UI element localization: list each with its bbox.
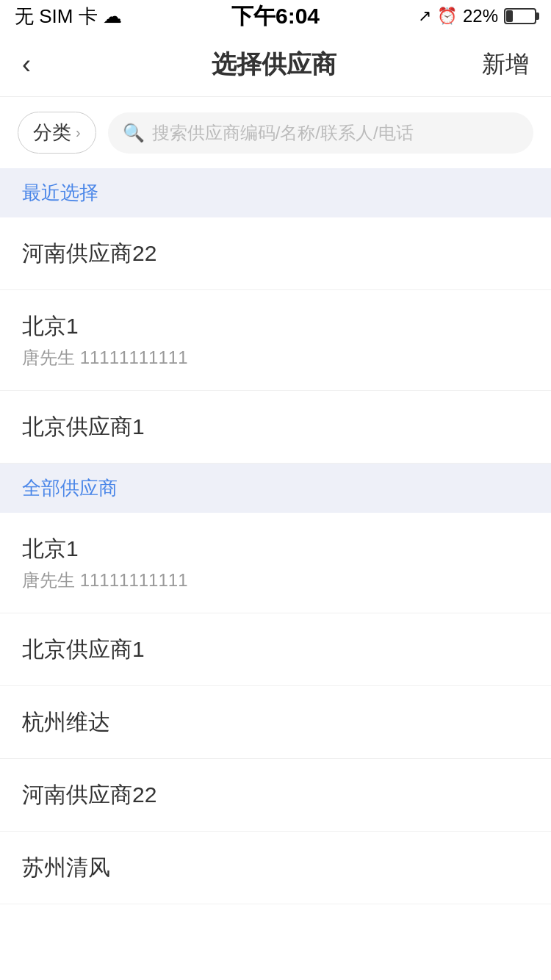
new-add-button[interactable]: 新增 — [482, 48, 529, 81]
recent-list: 河南供应商22北京1唐先生 11111111111北京供应商1 — [0, 217, 551, 464]
item-sub: 唐先生 11111111111 — [22, 346, 529, 370]
item-sub: 唐先生 11111111111 — [22, 569, 529, 592]
status-bar: 无 SIM 卡 ☁ 下午6:04 ↗ ⏰ 22% — [0, 0, 551, 32]
recent-list-item[interactable]: 北京1唐先生 11111111111 — [0, 290, 551, 391]
all-section-label: 全部供应商 — [22, 477, 118, 499]
no-sim-label: 无 SIM 卡 ☁ — [15, 4, 122, 29]
recent-list-item[interactable]: 北京供应商1 — [0, 391, 551, 464]
filter-bar: 分类 › 🔍 搜索供应商编码/名称/联系人/电话 — [0, 97, 551, 168]
all-list-item[interactable]: 苏州清风 — [0, 832, 551, 904]
nav-bar: ‹ 选择供应商 新增 — [0, 32, 551, 97]
chevron-right-icon: › — [76, 124, 81, 141]
all-section-header: 全部供应商 — [0, 464, 551, 513]
category-filter-button[interactable]: 分类 › — [18, 112, 96, 154]
all-list-item[interactable]: 杭州维达 — [0, 686, 551, 759]
category-label: 分类 — [33, 120, 71, 145]
search-placeholder: 搜索供应商编码/名称/联系人/电话 — [152, 121, 414, 145]
page-title: 选择供应商 — [212, 48, 336, 82]
status-left: 无 SIM 卡 ☁ — [15, 4, 122, 29]
item-name: 北京供应商1 — [22, 411, 529, 442]
search-icon: 🔍 — [123, 123, 145, 143]
item-name: 河南供应商22 — [22, 238, 529, 269]
item-name: 杭州维达 — [22, 707, 529, 738]
item-name: 北京1 — [22, 533, 529, 564]
battery-icon — [504, 8, 536, 24]
status-time: 下午6:04 — [231, 1, 320, 32]
battery-percent: 22% — [463, 6, 498, 26]
recent-section-label: 最近选择 — [22, 181, 98, 203]
location-icon: ↗ — [418, 7, 431, 26]
alarm-icon: ⏰ — [437, 7, 457, 26]
all-list-item[interactable]: 北京1唐先生 11111111111 — [0, 513, 551, 613]
all-list-item[interactable]: 北京供应商1 — [0, 613, 551, 686]
recent-list-item[interactable]: 河南供应商22 — [0, 217, 551, 290]
item-name: 北京供应商1 — [22, 634, 529, 665]
item-name: 北京1 — [22, 311, 529, 342]
item-name: 苏州清风 — [22, 852, 529, 883]
item-name: 河南供应商22 — [22, 779, 529, 810]
back-button[interactable]: ‹ — [22, 49, 66, 80]
search-box[interactable]: 🔍 搜索供应商编码/名称/联系人/电话 — [108, 112, 533, 154]
all-list: 北京1唐先生 11111111111北京供应商1杭州维达河南供应商22苏州清风 — [0, 513, 551, 904]
all-list-item[interactable]: 河南供应商22 — [0, 759, 551, 832]
status-right: ↗ ⏰ 22% — [418, 6, 536, 26]
recent-section-header: 最近选择 — [0, 168, 551, 217]
